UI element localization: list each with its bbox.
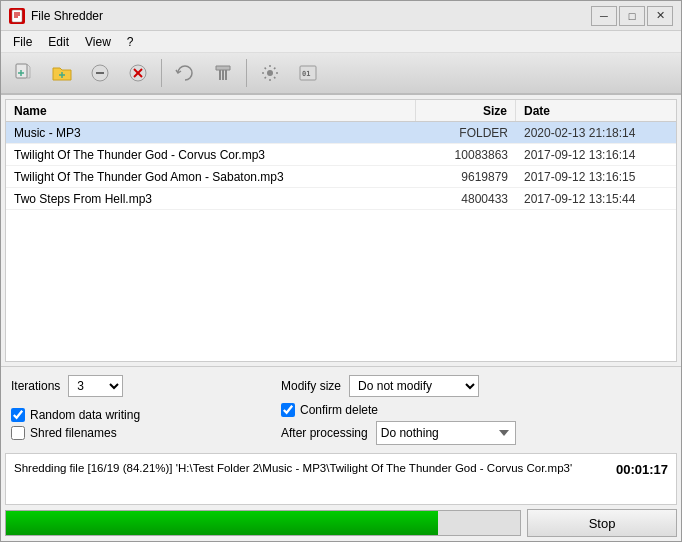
svg-rect-14	[219, 70, 221, 80]
file-date: 2017-09-12 13:16:14	[516, 148, 676, 162]
file-size: 10083863	[416, 148, 516, 162]
svg-point-17	[267, 70, 273, 76]
main-window: File Shredder ─ □ ✕ File Edit View ?	[0, 0, 682, 542]
file-name: Two Steps From Hell.mp3	[6, 192, 416, 206]
remove-button[interactable]	[83, 57, 117, 89]
col-name: Name	[6, 100, 416, 121]
col-size: Size	[416, 100, 516, 121]
table-row[interactable]: Twilight Of The Thunder God Amon - Sabat…	[6, 166, 676, 188]
toolbar-sep-1	[161, 59, 162, 87]
file-date: 2017-09-12 13:15:44	[516, 192, 676, 206]
random-data-wrapper: Random data writing	[11, 408, 140, 422]
file-name: Twilight Of The Thunder God Amon - Sabat…	[6, 170, 416, 184]
iterations-label: Iterations	[11, 379, 60, 393]
add-file-button[interactable]	[7, 57, 41, 89]
shred-filenames-checkbox[interactable]	[11, 426, 25, 440]
progress-area: Stop	[5, 509, 677, 537]
toolbar-sep-2	[246, 59, 247, 87]
minimize-button[interactable]: ─	[591, 6, 617, 26]
iterations-section: Iterations 12345710	[11, 375, 271, 397]
window-title: File Shredder	[31, 9, 591, 23]
file-list-body: Music - MP3 FOLDER 2020-02-13 21:18:14 T…	[6, 122, 676, 361]
after-processing-row: After processing Do nothingShutdownResta…	[281, 421, 516, 445]
refresh-button[interactable]	[168, 57, 202, 89]
menu-edit[interactable]: Edit	[40, 33, 77, 51]
menu-bar: File Edit View ?	[1, 31, 681, 53]
status-timer: 00:01:17	[598, 462, 668, 477]
app-icon	[9, 8, 25, 24]
file-list: Name Size Date Music - MP3 FOLDER 2020-0…	[5, 99, 677, 362]
menu-file[interactable]: File	[5, 33, 40, 51]
shred-filenames-label: Shred filenames	[30, 426, 117, 440]
settings-button[interactable]	[253, 57, 287, 89]
file-name: Music - MP3	[6, 126, 416, 140]
options-row-2: Random data writing Shred filenames Conf…	[11, 403, 671, 445]
random-data-label: Random data writing	[30, 408, 140, 422]
file-size: FOLDER	[416, 126, 516, 140]
menu-view[interactable]: View	[77, 33, 119, 51]
file-date: 2020-02-13 21:18:14	[516, 126, 676, 140]
checkboxes-right: Confirm delete After processing Do nothi…	[281, 403, 671, 445]
close-button[interactable]: ✕	[647, 6, 673, 26]
after-processing-select[interactable]: Do nothingShutdownRestartLog offHibernat…	[376, 421, 516, 445]
after-processing-label: After processing	[281, 426, 368, 440]
random-data-checkbox[interactable]	[11, 408, 25, 422]
iterations-select[interactable]: 12345710	[68, 375, 123, 397]
modify-size-label: Modify size	[281, 379, 341, 393]
modify-size-section: Modify size Do not modifyRandomize sizeS…	[281, 375, 671, 397]
table-row[interactable]: Two Steps From Hell.mp3 4800433 2017-09-…	[6, 188, 676, 210]
options-row-1: Iterations 12345710 Modify size Do not m…	[11, 375, 671, 397]
maximize-button[interactable]: □	[619, 6, 645, 26]
modify-size-select[interactable]: Do not modifyRandomize sizeSet to zero	[349, 375, 479, 397]
progress-bar	[5, 510, 521, 536]
options-area: Iterations 12345710 Modify size Do not m…	[1, 366, 681, 453]
status-area: Shredding file [16/19 (84.21%)] 'H:\Test…	[5, 453, 677, 505]
toolbar: 01	[1, 53, 681, 95]
title-bar: File Shredder ─ □ ✕	[1, 1, 681, 31]
file-size: 9619879	[416, 170, 516, 184]
status-text: Shredding file [16/19 (84.21%)] 'H:\Test…	[14, 460, 598, 476]
file-name: Twilight Of The Thunder God - Corvus Cor…	[6, 148, 416, 162]
menu-help[interactable]: ?	[119, 33, 142, 51]
shred-filenames-wrapper: Shred filenames	[11, 426, 117, 440]
file-size: 4800433	[416, 192, 516, 206]
table-row[interactable]: Music - MP3 FOLDER 2020-02-13 21:18:14	[6, 122, 676, 144]
confirm-delete-wrapper: Confirm delete	[281, 403, 378, 417]
shred-button[interactable]	[206, 57, 240, 89]
confirm-delete-checkbox[interactable]	[281, 403, 295, 417]
stop-button[interactable]: Stop	[527, 509, 677, 537]
clear-button[interactable]	[121, 57, 155, 89]
svg-rect-16	[225, 70, 227, 80]
table-row[interactable]: Twilight Of The Thunder God - Corvus Cor…	[6, 144, 676, 166]
col-date: Date	[516, 100, 676, 121]
checkboxes-left: Random data writing Shred filenames	[11, 408, 271, 440]
add-folder-button[interactable]	[45, 57, 79, 89]
confirm-delete-label: Confirm delete	[300, 403, 378, 417]
svg-rect-15	[222, 70, 224, 80]
info-button[interactable]: 01	[291, 57, 325, 89]
window-controls: ─ □ ✕	[591, 6, 673, 26]
svg-text:01: 01	[302, 70, 310, 78]
file-date: 2017-09-12 13:16:15	[516, 170, 676, 184]
progress-fill	[6, 511, 438, 535]
svg-rect-0	[12, 10, 22, 22]
file-list-header: Name Size Date	[6, 100, 676, 122]
